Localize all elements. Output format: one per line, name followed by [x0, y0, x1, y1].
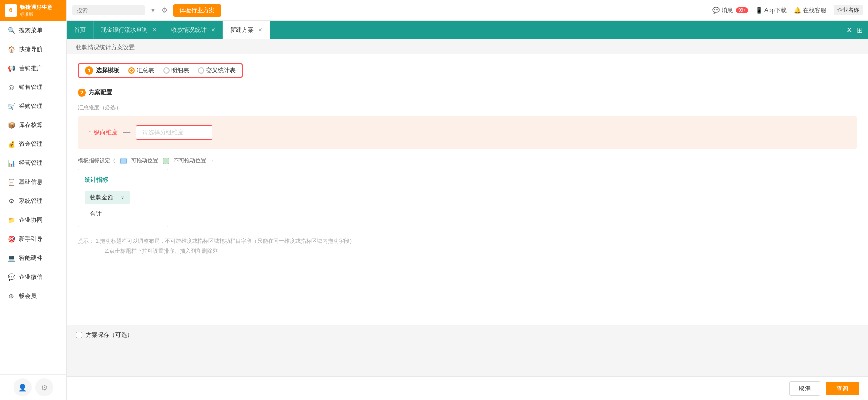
message-item[interactable]: 💬 消息 99+ — [712, 6, 748, 14]
radio-detail[interactable]: 明细表 — [163, 66, 189, 75]
tab-new-plan[interactable]: 新建方案 ✕ — [223, 21, 270, 39]
message-badge: 99+ — [736, 7, 748, 13]
sidebar-item-search[interactable]: 🔍 搜索菜单 — [0, 21, 66, 40]
guide-icon: 🎯 — [7, 235, 15, 243]
sidebar-item-label: 基础信息 — [19, 178, 42, 186]
hardware-icon: 💻 — [7, 254, 15, 262]
tab-close-new-plan[interactable]: ✕ — [258, 27, 262, 33]
tab-close-bank-flow[interactable]: ✕ — [152, 27, 156, 33]
sidebar-item-purchase[interactable]: 🛒 采购管理 — [0, 97, 66, 116]
topbar-gear-icon[interactable]: ⚙ — [161, 6, 168, 14]
finance-icon: 💰 — [7, 140, 15, 148]
step2-header: 2 方案配置 — [78, 89, 857, 97]
step2-num: 2 — [78, 89, 86, 97]
sidebar-item-label: 搜索菜单 — [19, 26, 42, 34]
radio-circle-detail — [163, 67, 170, 74]
metric-card-collection[interactable]: 收款金额 ∨ — [85, 191, 130, 204]
sidebar-item-label: 采购管理 — [19, 102, 42, 110]
step2-title: 方案配置 — [89, 89, 112, 97]
query-button[interactable]: 查询 — [826, 382, 859, 395]
sidebar-item-finance[interactable]: 💰 资金管理 — [0, 135, 66, 154]
sidebar-item-enterprise[interactable]: 📁 企业协同 — [0, 211, 66, 230]
dimension-area: 纵向维度 — 请选择分组维度 — [78, 116, 857, 149]
sidebar-bottom-btn-2[interactable]: ⚙ — [35, 378, 53, 396]
sidebar-bottom-btn-1[interactable]: 👤 — [14, 378, 32, 396]
sidebar-item-label: 智能硬件 — [19, 254, 42, 262]
tab-minimize-icon[interactable]: ✕ — [846, 26, 852, 34]
search-icon: 🔍 — [7, 26, 15, 34]
sidebar-item-quick-nav[interactable]: 🏠 快捷导航 — [0, 40, 66, 59]
tip-line2: 2.点击标题栏下拉可设置排序、插入列和删除列 — [78, 246, 857, 256]
radio-cross[interactable]: 交叉统计表 — [198, 66, 236, 75]
tab-collection[interactable]: 收款情况统计 ✕ — [164, 21, 223, 39]
sidebar-item-label: 营销推广 — [19, 64, 42, 72]
dim-row-label: 纵向维度 — [89, 128, 118, 136]
form-area: 1 选择模板 汇总表 明细 — [67, 54, 868, 325]
dimension-label: 汇总维度（必选） — [78, 104, 857, 112]
tab-home[interactable]: 首页 — [67, 21, 94, 39]
sidebar-item-label: 销售管理 — [19, 83, 42, 91]
sidebar-item-label: 畅会员 — [19, 292, 37, 300]
dim-arrow-icon: — — [123, 128, 130, 136]
radio-circle-cross — [198, 67, 204, 74]
dim-select-placeholder[interactable]: 请选择分组维度 — [136, 125, 212, 140]
dimension-config: 汇总维度（必选） 纵向维度 — 请选择分组维度 — [78, 104, 857, 149]
sidebar-item-basic-info[interactable]: 📋 基础信息 — [0, 173, 66, 192]
tab-close-collection[interactable]: ✕ — [211, 27, 215, 33]
topbar-arrow-icon[interactable]: ▼ — [150, 7, 156, 14]
marketing-icon: 📢 — [7, 64, 15, 72]
app-download-icon: 📱 — [755, 7, 763, 14]
sidebar-item-system[interactable]: ⚙ 系统管理 — [0, 192, 66, 211]
save-plan-label: 方案保存（可选） — [86, 331, 133, 339]
sidebar-item-guide[interactable]: 🎯 新手引导 — [0, 230, 66, 249]
save-plan-checkbox[interactable] — [76, 332, 82, 338]
sidebar-item-label: 快捷导航 — [19, 45, 42, 53]
user-info[interactable]: 企业名称 — [834, 5, 863, 15]
metrics-table: 统计指标 收款金额 ∨ 合计 — [78, 169, 168, 227]
step1-label-group: 1 选择模板 — [85, 66, 119, 75]
cancel-button[interactable]: 取消 — [789, 381, 820, 396]
radio-summary[interactable]: 汇总表 — [128, 66, 154, 75]
trial-button[interactable]: 体验行业方案 — [173, 4, 221, 17]
tip-line1: 提示： 1.拖动标题栏可以调整布局，不可跨维度或指标区域拖动栏目字段（只能在同一… — [78, 236, 857, 246]
purchase-icon: 🛒 — [7, 102, 15, 110]
tab-maximize-icon[interactable]: ⊞ — [857, 26, 863, 34]
topbar: ▼ ⚙ 体验行业方案 💬 消息 99+ 📱 App下载 🔔 在线客服 企业名称 — [67, 0, 868, 21]
service-icon: 🔔 — [794, 7, 801, 14]
sidebar-item-label: 库存核算 — [19, 121, 42, 129]
bottom-bar: 取消 查询 — [67, 376, 868, 400]
sales-icon: ◎ — [7, 83, 15, 91]
sidebar-item-label: 企业微信 — [19, 273, 42, 281]
online-service-item[interactable]: 🔔 在线客服 — [794, 6, 826, 14]
sidebar-item-wechat[interactable]: 💬 企业微信 — [0, 268, 66, 287]
content-area: 收款情况统计方案设置 1 选择模板 — [67, 39, 868, 376]
home-icon: 🏠 — [7, 45, 15, 53]
tabbar: 首页 现金银行流水查询 ✕ 收款情况统计 ✕ 新建方案 ✕ ✕ ⊞ — [67, 21, 868, 39]
app-download-item[interactable]: 📱 App下载 — [755, 6, 787, 14]
radio-dot-summary — [130, 69, 133, 72]
logo-text: 畅捷通好生意 标准版 — [20, 4, 52, 18]
basic-info-icon: 📋 — [7, 178, 15, 186]
search-input[interactable] — [72, 5, 145, 15]
metrics-title-text: 模板指标设定（ — [78, 157, 116, 165]
sidebar: 6 畅捷通好生意 标准版 🔍 搜索菜单 🏠 快捷导航 📢 营销推广 ◎ 销售管理… — [0, 0, 67, 400]
business-icon: 📊 — [7, 159, 15, 167]
system-icon: ⚙ — [7, 197, 15, 205]
sidebar-item-business[interactable]: 📊 经营管理 — [0, 154, 66, 173]
tab-bank-flow[interactable]: 现金银行流水查询 ✕ — [94, 21, 164, 39]
sidebar-item-sales[interactable]: ◎ 销售管理 — [0, 78, 66, 97]
metrics-section: 模板指标设定（ 可拖动位置 不可拖动位置 ） 统计指标 收款金额 ∨ — [78, 157, 857, 227]
sidebar-item-marketing[interactable]: 📢 营销推广 — [0, 59, 66, 78]
radio-circle-summary — [128, 67, 135, 74]
sidebar-item-label: 企业协同 — [19, 216, 42, 224]
page-title: 收款情况统计方案设置 — [76, 44, 135, 51]
message-icon: 💬 — [712, 7, 720, 14]
sidebar-item-inventory[interactable]: 📦 库存核算 — [0, 116, 66, 135]
step1-num: 1 — [85, 66, 93, 75]
tips-section: 提示： 1.拖动标题栏可以调整布局，不可跨维度或指标区域拖动栏目字段（只能在同一… — [78, 236, 857, 256]
wechat-icon: 💬 — [7, 273, 15, 281]
sidebar-item-hardware[interactable]: 💻 智能硬件 — [0, 249, 66, 268]
metrics-group-label: 统计指标 — [85, 176, 161, 187]
sidebar-item-member[interactable]: ⊕ 畅会员 — [0, 287, 66, 306]
fixed-badge — [163, 158, 169, 164]
